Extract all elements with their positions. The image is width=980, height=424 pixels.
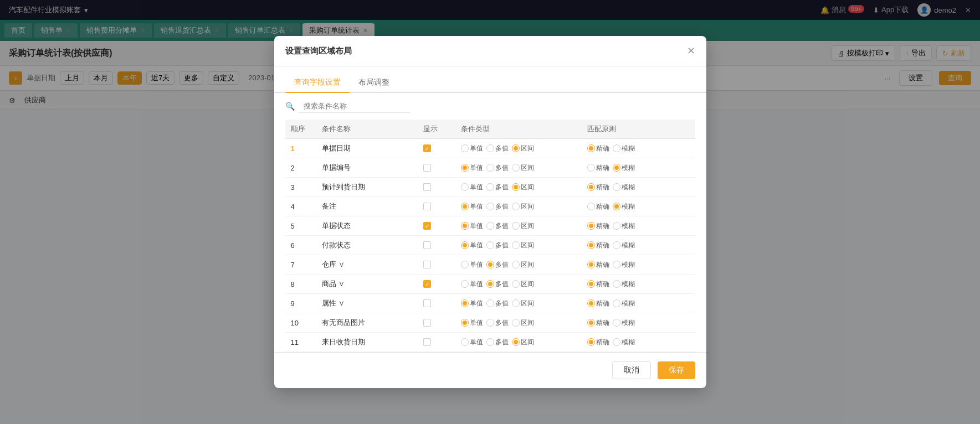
modal-search-icon: 🔍 [285,102,295,110]
modal-close-button[interactable]: ✕ [687,45,695,57]
modal-header: 设置查询区域布局 ✕ [274,36,706,66]
modal-tabs: 查询字段设置 布局调整 [274,66,706,93]
modal-overlay: 设置查询区域布局 ✕ 查询字段设置 布局调整 🔍 顺序 条件名称 [0,0,980,110]
modal-tab-layout[interactable]: 布局调整 [350,73,398,93]
modal-search-input[interactable] [299,100,410,110]
settings-modal: 设置查询区域布局 ✕ 查询字段设置 布局调整 🔍 顺序 条件名称 [274,36,706,110]
modal-title: 设置查询区域布局 [285,46,352,56]
modal-tab-query-fields-label: 查询字段设置 [294,77,341,86]
modal-tab-query-fields[interactable]: 查询字段设置 [285,73,350,93]
modal-tab-layout-label: 布局调整 [358,77,389,86]
modal-search-area: 🔍 [274,93,706,110]
